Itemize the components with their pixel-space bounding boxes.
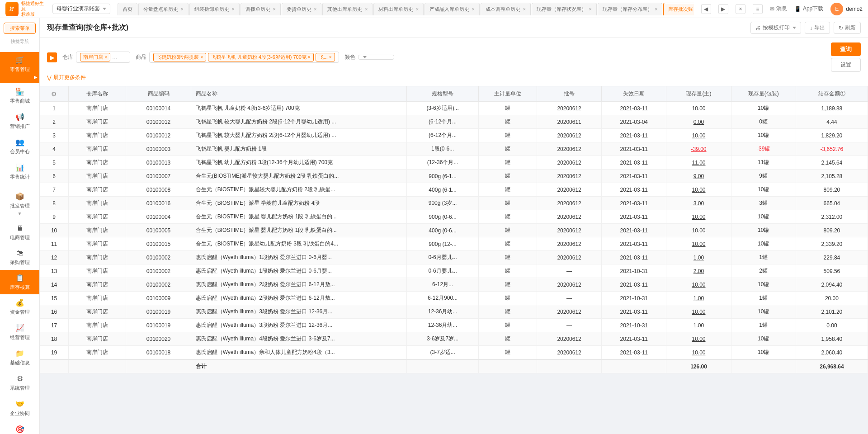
export-button[interactable]: ↓ 导出 [805,22,830,34]
tab-selector[interactable]: 母婴行业演示账套 [52,4,110,14]
tab-prev-button[interactable]: ◀ [701,4,711,14]
cell-spec: 3-6岁及7岁... [407,332,479,346]
close-icon[interactable]: × [314,7,317,12]
sidebar-item-guide[interactable]: 🎯 新手引导 [2,421,38,434]
cell-qty1[interactable]: 2.00 [666,264,731,278]
tab-5[interactable]: 其他出库单历史× [322,3,373,15]
cell-qty1[interactable]: 0.00 [666,115,731,129]
cell-qty1[interactable]: 10.00 [666,224,731,237]
tab-11[interactable]: 库存批次账× [663,3,694,15]
cell-qty1[interactable]: 10.00 [666,278,731,292]
cell-amount: 2,339.20 [796,237,868,251]
cell-qty1[interactable]: 1.00 [666,319,731,332]
sidebar-item-purchase[interactable]: 🛍 采购管理 [2,245,38,269]
user-area[interactable]: E demo2 [830,3,863,15]
sidebar-item-inventory[interactable]: 📋 库存核算 [0,270,39,294]
cell-qty1[interactable]: 10.00 [666,332,731,346]
cell-name: 惠氏启醒（Wyeth illuma）1段奶粉 爱尔兰进口 0-6月婴... [191,251,406,264]
close-icon[interactable]: × [181,7,184,12]
cell-qty1[interactable]: 10.00 [666,305,731,319]
quick-nav-button[interactable]: 快捷导航 [0,37,39,47]
cell-warehouse: 南岸门店 [69,210,126,224]
close-icon[interactable]: × [365,7,368,12]
cell-qty1[interactable]: 9.00 [666,170,731,183]
sidebar-item-stats[interactable]: 📊 零售统计 [2,160,38,184]
col-header-settings[interactable]: ⚙ [40,86,69,102]
cell-qty1[interactable]: 10.00 [666,102,731,115]
close-icon[interactable]: × [523,7,526,12]
cell-qty1[interactable]: 10.00 [666,129,731,142]
tab-10[interactable]: 现存量（库存分布表）× [598,3,663,15]
sidebar-item-shop[interactable]: 🏪 零售商城 [2,84,38,108]
tab-8[interactable]: 成本调整单历史× [481,3,531,15]
cell-qty2: 10罐 [731,183,796,197]
close-icon[interactable]: × [416,7,419,12]
sidebar-item-wholesale[interactable]: 📦 批发管理 ▼ [2,189,38,220]
refresh-button[interactable]: ↻ 刷新 [834,22,861,34]
cell-spec: 400g (6-1... [407,183,479,197]
sidebar-item-ecommerce[interactable]: 🖥 电商管理 [2,221,38,245]
cell-qty1[interactable]: 1.00 [666,251,731,264]
tab-1[interactable]: 分量盘点单历史× [138,3,189,15]
tab-3[interactable]: 调拨单历史× [241,3,281,15]
warehouse-tag-group[interactable]: 南岸门店 × … [76,52,130,63]
filter-dots[interactable]: … [112,54,118,61]
sidebar-item-basic[interactable]: 📁 基础信息 [2,345,38,370]
cell-expire: 2021-03-11 [602,251,666,264]
header-actions: 🖨 按模板打印 ↓ 导出 ↻ 刷新 [750,22,861,34]
tab-6[interactable]: 材料出库单历史× [373,3,424,15]
message-button[interactable]: ✉ 消息 [770,5,787,13]
expand-filter-button[interactable]: ▶ [47,52,57,62]
cell-code: 00100002 [126,278,191,292]
cell-qty1[interactable]: 3.00 [666,197,731,210]
sidebar-item-system[interactable]: ⚙ 系统管理 [2,371,38,395]
cell-qty1[interactable]: -39.00 [666,142,731,156]
tab-home[interactable]: 首页 [118,3,137,15]
tag-close-icon-1[interactable]: × [200,55,203,60]
app-download-button[interactable]: 📱 App下载 [794,5,823,13]
cell-spec: 0-6月婴儿... [407,264,479,278]
cell-amount: 2,312.00 [796,210,868,224]
cell-code: 00100014 [126,102,191,115]
cell-code: 00100012 [126,115,191,129]
close-icon[interactable]: × [472,7,475,12]
cell-qty1[interactable]: 1.00 [666,292,731,305]
cell-qty1[interactable]: 10.00 [666,183,731,197]
tab-menu-button[interactable]: ≡ [753,4,763,14]
cell-spec: (6-12个月... [407,115,479,129]
cell-qty1[interactable]: 10.00 [666,237,731,251]
sidebar-item-marketing[interactable]: 📢 营销推广 [2,109,38,133]
tab-close-button[interactable]: × [736,4,745,14]
color-filter-input[interactable] [358,55,394,60]
cell-name: 合生元（BIOSTIME）派星幼儿配方奶粉 3段 乳铁蛋白的4... [191,237,406,251]
cell-batch: 20200612 [537,156,601,170]
tag-close-icon[interactable]: × [104,55,107,60]
sidebar-item-retail[interactable]: 🛒 零售管理 ▶ [0,52,39,83]
tab-2[interactable]: 组装拆卸单历史× [189,3,240,15]
settings-button[interactable]: 设置 [831,58,861,72]
sidebar-item-finance[interactable]: 💰 资金管理 [2,295,38,319]
cell-qty1[interactable]: 10.00 [666,210,731,224]
tab-next-button[interactable]: ▶ [718,4,728,14]
cell-qty1[interactable]: 10.00 [666,346,731,360]
product-tags-group[interactable]: 飞鹤奶粉3段两提装 × 飞鹤星飞帆 儿童奶粉 4段(3-6岁适用) 700克 ×… [149,52,339,63]
print-button[interactable]: 🖨 按模板打印 [750,22,801,34]
sidebar-item-member[interactable]: 👥 会员中心 [2,134,38,159]
table-row: 14 南岸门店 00100002 惠氏启醒（Wyeth illuma）2段奶粉 … [40,278,868,292]
search-menu-button[interactable]: 搜索菜单 [4,23,36,34]
sidebar-item-collab[interactable]: 🤝 企业协同 [2,396,38,420]
cell-unit: 罐 [479,224,537,237]
query-button[interactable]: 查询 [831,42,861,56]
sidebar-item-business[interactable]: 📈 经营管理 [2,320,38,344]
tag-close-icon-3[interactable]: × [329,55,332,60]
tab-9[interactable]: 现存量（库存状况表）× [532,3,597,15]
expand-conditions-button[interactable]: ⋁ 展开更多条件 [47,74,861,81]
close-icon[interactable]: × [273,7,276,12]
cell-qty1[interactable]: 11.00 [666,156,731,170]
tab-7[interactable]: 产成品入库单历史× [425,3,480,15]
close-icon[interactable]: × [655,7,658,12]
tag-close-icon-2[interactable]: × [308,55,311,60]
close-icon[interactable]: × [589,7,592,12]
close-icon[interactable]: × [232,7,235,12]
tab-4[interactable]: 要货单历史× [282,3,322,15]
